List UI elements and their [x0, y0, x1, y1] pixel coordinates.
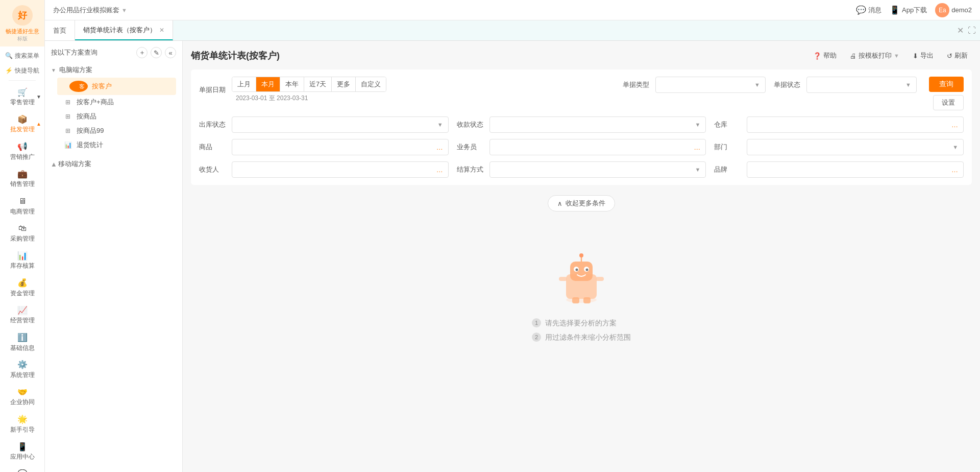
filter-salesperson: 业务员 …	[457, 139, 706, 155]
quick-nav[interactable]: ⚡ 快捷导航	[5, 63, 39, 78]
empty-tip-row-2: 2 用过滤条件来缩小分析范围	[532, 330, 631, 344]
sidebar-item-retail[interactable]: 🛒 零售管理 ▼	[0, 83, 44, 110]
wholesale-icon: 📦	[17, 114, 28, 124]
collapse-row: ∧ 收起更多条件	[191, 191, 972, 216]
date-btn-this-year[interactable]: 本年	[280, 77, 304, 91]
left-panel-actions: ＋ ✎ «	[136, 47, 176, 58]
date-btn-more[interactable]: 更多	[332, 77, 356, 91]
query-btn[interactable]: 查询	[929, 77, 964, 92]
filter-row-4: 收货人 … 结算方式 ▼ 品牌	[199, 161, 964, 178]
receipt-status-selector[interactable]: ▼	[489, 116, 706, 133]
dept-arrow: ▼	[952, 144, 958, 150]
bill-status-arrow: ▼	[905, 82, 911, 88]
export-icon: ⬇	[913, 52, 918, 60]
topbar: 办公用品行业模拟账套 ▼ 💬 消息 📱 App下载 Ea demo2	[45, 0, 980, 20]
refresh-btn[interactable]: ↺ 刷新	[943, 49, 972, 62]
tab-close-btn[interactable]: ✕	[159, 27, 164, 34]
bill-status-selector[interactable]: ▼	[806, 77, 917, 93]
app-logo-icon: 好	[11, 4, 34, 27]
app-name: 畅捷通好生意	[6, 28, 39, 35]
receiver-selector[interactable]: …	[232, 161, 449, 178]
date-range-text: 2023-03-01 至 2023-03-31	[236, 94, 386, 103]
empty-tips: 1 请先选择要分析的方案 2 用过滤条件来缩小分析范围	[532, 316, 631, 344]
sidebar-item-purchase[interactable]: 🛍 采购管理	[0, 219, 44, 246]
sidebar-item-new-guide[interactable]: 🌟 新手引导	[0, 410, 44, 437]
add-plan-btn[interactable]: ＋	[136, 47, 148, 58]
plan-item-by-goods-99[interactable]: ⊞ 按商品99	[57, 124, 176, 138]
industry-label: 办公用品行业模拟账套	[53, 6, 119, 15]
warehouse-more[interactable]: …	[951, 121, 958, 129]
sidebar-item-enterprise-wechat[interactable]: 💬 企业微信	[0, 464, 44, 472]
filter-bill-status: 单据状态 ▼	[774, 77, 917, 93]
desktop-plan-items: 客 按客户 ⊞ 按客户+商品 ⊞ 按商品 ⊞ 按商品99	[51, 78, 176, 152]
goods-more[interactable]: …	[436, 144, 443, 151]
filter-dept: 部门 ▼	[714, 139, 964, 155]
sidebar-item-operations[interactable]: 📈 经营管理	[0, 301, 44, 328]
date-btn-this-month[interactable]: 本月	[256, 77, 280, 91]
edit-plan-btn[interactable]: ✎	[151, 47, 162, 58]
sidebar-item-wholesale[interactable]: 📦 批发管理 ▲	[0, 110, 44, 137]
sys-mgmt-icon: ⚙️	[17, 360, 28, 370]
plan-item-customer-goods[interactable]: ⊞ 按客户+商品	[57, 95, 176, 109]
tab-sales-stat[interactable]: 销货单统计表（按客户） ✕	[75, 20, 173, 40]
svg-rect-12	[596, 277, 604, 281]
sidebar-item-finance[interactable]: 💰 资金管理	[0, 274, 44, 301]
download-icon: 📱	[890, 5, 900, 15]
plan-item-return-stat[interactable]: 📊 退货统计	[57, 138, 176, 152]
sidebar-item-enterprise[interactable]: 🤝 企业协同	[0, 383, 44, 410]
sidebar-item-inventory[interactable]: 📊 库存核算	[0, 246, 44, 273]
brand-more[interactable]: …	[951, 166, 958, 174]
wholesale-arrow: ▲	[36, 121, 41, 127]
brand-selector[interactable]: …	[747, 161, 964, 178]
filter-date: 单据日期 上月 本月 本年 近7天 更多 自定义 2023-03-01 至 20…	[199, 77, 615, 103]
industry-selector[interactable]: 办公用品行业模拟账套 ▼	[53, 6, 127, 15]
plan-item-by-customer[interactable]: 客 按客户	[57, 78, 176, 95]
help-btn[interactable]: ❓ 帮助	[809, 49, 841, 62]
warehouse-selector[interactable]: …	[747, 116, 964, 133]
maximize-icon[interactable]: ⛶	[968, 26, 976, 35]
right-panel: 销货单统计表(按客户) ❓ 帮助 🖨 按模板打印 ▼ ⬇ 导出	[183, 41, 980, 472]
app-download-btn[interactable]: 📱 App下载	[890, 5, 927, 15]
desktop-plan-group-title[interactable]: ▼ 电脑端方案	[51, 62, 176, 78]
receipt-status-arrow: ▼	[695, 122, 700, 128]
messages-btn[interactable]: 💬 消息	[856, 5, 881, 15]
salesperson-more[interactable]: …	[694, 144, 700, 151]
filter-area: 单据日期 上月 本月 本年 近7天 更多 自定义 2023-03-01 至 20…	[191, 69, 972, 185]
settings-btn[interactable]: 设置	[933, 95, 964, 110]
desktop-group-arrow: ▼	[51, 67, 56, 73]
by-goods-99-icon: ⊞	[63, 126, 72, 135]
goods-selector[interactable]: …	[232, 139, 449, 155]
collapse-more-btn[interactable]: ∧ 收起更多条件	[548, 195, 615, 211]
salesperson-selector[interactable]: …	[489, 139, 706, 155]
dept-selector[interactable]: ▼	[747, 139, 964, 155]
close-window-icon[interactable]: ✕	[957, 26, 964, 35]
sidebar-item-sales-mgmt[interactable]: 💼 销售管理	[0, 164, 44, 192]
left-panel-header: 按以下方案查询 ＋ ✎ «	[45, 47, 182, 62]
bill-type-selector[interactable]: ▼	[655, 77, 766, 93]
date-btn-custom[interactable]: 自定义	[356, 77, 386, 91]
date-btn-last-month[interactable]: 上月	[232, 77, 256, 91]
basic-info-icon: ℹ️	[17, 333, 28, 343]
sidebar-item-marketing[interactable]: 📢 营销推广	[0, 137, 44, 164]
sidebar-item-ecommerce[interactable]: 🖥 电商管理	[0, 192, 44, 219]
print-btn[interactable]: 🖨 按模板打印 ▼	[846, 49, 903, 62]
stock-status-selector[interactable]: ▼	[232, 116, 449, 133]
sidebar-item-app-center[interactable]: 📱 应用中心	[0, 437, 44, 464]
page-title: 销货单统计表(按客户)	[191, 50, 280, 62]
topbar-left: 办公用品行业模拟账套 ▼	[53, 6, 127, 15]
retail-icon: 🛒	[17, 87, 28, 97]
sidebar-item-basic-info[interactable]: ℹ️ 基础信息	[0, 328, 44, 356]
plan-item-by-goods[interactable]: ⊞ 按商品	[57, 109, 176, 124]
receiver-more[interactable]: …	[436, 166, 443, 174]
search-menu[interactable]: 🔍 搜索菜单	[5, 46, 39, 63]
marketing-icon: 📢	[17, 141, 28, 152]
date-btn-7days[interactable]: 近7天	[304, 77, 332, 91]
export-btn[interactable]: ⬇ 导出	[909, 49, 938, 62]
sidebar-item-sys-mgmt[interactable]: ⚙️ 系统管理	[0, 356, 44, 383]
tab-home[interactable]: 首页	[45, 20, 75, 40]
payment-method-selector[interactable]: ▼	[489, 161, 706, 178]
collapse-panel-btn[interactable]: «	[165, 47, 176, 58]
mobile-plan-group-title[interactable]: ▶ 移动端方案	[51, 156, 176, 172]
user-menu-btn[interactable]: Ea demo2	[935, 3, 972, 17]
empty-illustration	[551, 246, 612, 308]
